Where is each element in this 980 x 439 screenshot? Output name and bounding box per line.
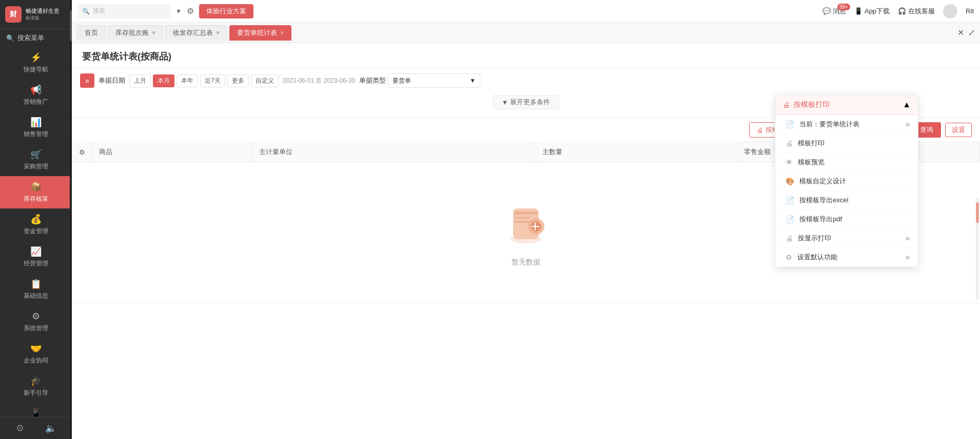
date-btn-7days[interactable]: 近7天	[200, 74, 225, 87]
topbar-right: 💬 消息 99+ 📱 App下载 🎧 在线客服 Rit	[822, 4, 974, 18]
col-product: 商品	[92, 142, 253, 162]
template-preview-label: 模板预览	[798, 158, 825, 167]
tab-receivable-summary[interactable]: 收发存汇总表 ×	[165, 25, 227, 41]
tab-order-stats-label: 要货单统计表	[237, 28, 277, 37]
sidebar-search[interactable]: 🔍 搜索菜单	[0, 29, 72, 47]
app-download-icon: 📱	[854, 7, 863, 15]
sales-icon: 📊	[30, 117, 42, 128]
avatar[interactable]	[943, 4, 957, 18]
expand-more-label: 展开更多条件	[510, 98, 550, 107]
tab-receivable-summary-close[interactable]: ×	[216, 29, 220, 36]
page-scrollbar[interactable]	[976, 197, 979, 300]
marketing-icon: 📢	[30, 84, 42, 96]
settings-button[interactable]: 设置	[945, 123, 972, 137]
topbar-gear-icon[interactable]: ⚙	[187, 6, 194, 16]
service-icon: 🎧	[898, 7, 906, 15]
sidebar-item-quick-nav[interactable]: ⚡ 快捷导航	[0, 47, 72, 79]
date-btn-custom[interactable]: 自定义	[251, 74, 279, 87]
message-icon: 💬	[822, 7, 831, 15]
message-badge: 99+	[837, 4, 850, 10]
dropdown-item-set-default[interactable]: ⚙ 设置默认功能 ▶	[775, 248, 918, 267]
date-btn-this-year[interactable]: 本年	[177, 74, 198, 87]
basic-icon: 📋	[30, 278, 42, 290]
dropdown-item-template-print[interactable]: 🖨 模板打印	[775, 134, 918, 153]
topbar-dropdown-arrow[interactable]: ▼	[175, 8, 182, 15]
page-scrollbar-thumb[interactable]	[976, 202, 979, 223]
tab-home[interactable]: 首页	[77, 25, 106, 41]
date-btn-more[interactable]: 更多	[227, 74, 249, 87]
sidebar-item-purchase[interactable]: 🛒 采购管理	[0, 144, 72, 176]
tab-receivable-summary-label: 收发存汇总表	[173, 28, 213, 37]
message-button[interactable]: 💬 消息 99+	[822, 7, 846, 16]
sidebar-item-operations[interactable]: 📈 经营管理	[0, 241, 72, 273]
date-range-text: 2023-06-01 至 2023-06-30	[283, 77, 355, 85]
trial-industry-button[interactable]: 体验行业方案	[199, 4, 253, 18]
dropdown-item-template-preview[interactable]: 👁 模板预览	[775, 153, 918, 172]
empty-icon	[500, 198, 552, 250]
order-type-select[interactable]: 要货单 ▼	[388, 73, 480, 88]
dropdown-item-template-design[interactable]: 🎨 模板自定义设计	[775, 172, 918, 191]
topbar-search-box[interactable]: 🔍 搜索	[78, 4, 170, 18]
sidebar-nav: ⚡ 快捷导航 📢 营销推广 📊 销售管理 🛒 采购管理 📦 库存核算 💰 资金管…	[0, 47, 72, 417]
sidebar-item-basic[interactable]: 📋 基础信息	[0, 273, 72, 306]
tab-order-stats-close[interactable]: ×	[280, 29, 284, 36]
svg-rect-3	[515, 217, 530, 219]
tab-order-stats[interactable]: 要货单统计表 ×	[229, 25, 291, 41]
current-icon: 📄	[786, 120, 794, 128]
display-print-label: 按显示打印	[798, 234, 831, 243]
sidebar-item-newbie[interactable]: 🎓 新手引导	[0, 370, 72, 403]
col-unit: 主计量单位	[253, 142, 536, 162]
col-quantity: 主数量	[536, 142, 738, 162]
topbar-search-icon: 🔍	[82, 8, 90, 15]
sidebar-item-sales[interactable]: 📊 销售管理	[0, 111, 72, 144]
sidebar-item-label: 销售管理	[24, 130, 48, 139]
app-download-button[interactable]: 📱 App下载	[854, 7, 890, 16]
tab-window-expand-icon[interactable]: ⤢	[968, 28, 975, 37]
dropdown-item-export-pdf[interactable]: 📄 按模板导出pdf	[775, 210, 918, 229]
sidebar-item-finance[interactable]: 💰 资金管理	[0, 208, 72, 241]
finance-icon: 💰	[30, 214, 42, 225]
dropdown-title: 按模板打印	[794, 100, 830, 109]
set-default-left: ⚙ 设置默认功能	[786, 253, 837, 262]
sidebar-item-marketing[interactable]: 📢 营销推广	[0, 79, 72, 111]
search-icon: 🔍	[6, 34, 14, 42]
date-btn-last-month[interactable]: 上月	[129, 74, 151, 87]
date-btn-this-month[interactable]: 本月	[153, 74, 174, 87]
expand-more-button[interactable]: ▼ 展开更多条件	[493, 95, 559, 109]
sidebar-item-label: 新手引导	[24, 389, 48, 397]
col-settings[interactable]: ⚙	[72, 142, 92, 162]
service-label: 在线客服	[908, 7, 935, 16]
sidebar-item-inventory[interactable]: 📦 库存核算	[0, 176, 72, 208]
sidebar-item-system[interactable]: ⚙ 系统管理	[0, 306, 72, 338]
system-icon: ⚙	[32, 311, 40, 322]
print-icon: 🖨	[757, 126, 763, 134]
dropdown-item-display-print[interactable]: 🖨 按显示打印 ▶	[775, 229, 918, 248]
set-default-chevron: ▶	[906, 254, 911, 261]
sidebar-item-enterprise[interactable]: 🤝 企业协同	[0, 338, 72, 370]
tab-window-close-icon[interactable]: ✕	[957, 28, 964, 37]
current-label: 当前：要货单统计表	[799, 120, 859, 129]
template-design-icon: 🎨	[786, 177, 794, 185]
dropdown-item-export-excel[interactable]: 📄 按模板导出excel	[775, 191, 918, 210]
filter-expand-button[interactable]: »	[80, 73, 94, 88]
date-filter-label: 单据日期	[99, 76, 125, 85]
sidebar-item-label: 经营管理	[24, 259, 48, 268]
template-preview-icon: 👁	[786, 158, 793, 166]
sidebar-item-app-center[interactable]: 📱 应用中心	[0, 403, 72, 417]
sidebar-item-label: 资金管理	[24, 227, 48, 236]
export-pdf-icon: 📄	[786, 215, 794, 223]
dropdown-current-item[interactable]: 📄 当前：要货单统计表 ▶	[775, 115, 918, 134]
dropdown-collapse-icon[interactable]: ▲	[903, 100, 911, 109]
tab-batch-accounts-close[interactable]: ×	[152, 29, 155, 36]
dropdown-header[interactable]: 🖨 按模板打印 ▲	[775, 95, 918, 115]
order-type-filter: 单据类型 要货单 ▼	[359, 73, 480, 88]
online-service-button[interactable]: 🎧 在线客服	[898, 7, 935, 16]
tab-batch-accounts[interactable]: 库存批次账 ×	[108, 25, 163, 41]
enterprise-icon: 🤝	[30, 343, 42, 354]
tab-batch-accounts-label: 库存批次账	[115, 28, 149, 37]
template-print-icon: 🖨	[786, 139, 793, 147]
set-default-label: 设置默认功能	[797, 253, 837, 262]
audio-footer-icon[interactable]: 🔈	[45, 423, 56, 434]
username-label[interactable]: Rit	[966, 7, 974, 15]
settings-footer-icon[interactable]: ⚙	[16, 423, 24, 434]
